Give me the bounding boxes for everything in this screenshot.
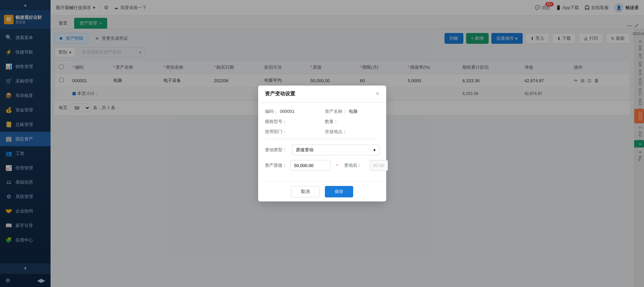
dialog-row-3: 使用部门： 存放地点： bbox=[265, 129, 379, 135]
change-type-select[interactable]: 原值变动 ▾ bbox=[292, 145, 379, 155]
asset-change-dialog: 资产变动设置 × 编码： 000001 资产名称： 电脑 规格型号： bbox=[258, 86, 386, 201]
dialog-row-1: 编码： 000001 资产名称： 电脑 bbox=[265, 108, 379, 115]
change-type-row: 变动类型： 原值变动 ▾ bbox=[265, 145, 379, 155]
dialog-overlay: 资产变动设置 × 编码： 000001 资产名称： 电脑 规格型号： bbox=[0, 0, 644, 287]
dialog-row-2: 规格型号： 数量： bbox=[265, 119, 379, 125]
location-field: 存放地点： bbox=[325, 129, 379, 135]
after-change-input[interactable]: ¥0.00 bbox=[370, 160, 388, 171]
department-field: 使用部门： bbox=[265, 129, 319, 135]
cancel-button[interactable]: 取消 bbox=[291, 186, 319, 197]
dialog-title: 资产变动设置 bbox=[265, 91, 295, 97]
spec-field: 规格型号： bbox=[265, 119, 319, 125]
quantity-field: 数量： bbox=[325, 119, 379, 125]
asset-name-field: 资产名称： 电脑 bbox=[325, 108, 379, 115]
dialog-footer: 取消 保存 bbox=[258, 182, 386, 201]
code-field: 编码： 000001 bbox=[265, 108, 319, 115]
dialog-close-btn[interactable]: × bbox=[376, 90, 379, 97]
required-star: * bbox=[336, 163, 338, 168]
dialog-divider bbox=[265, 139, 379, 139]
original-value-input[interactable] bbox=[290, 160, 331, 171]
dialog-body: 编码： 000001 资产名称： 电脑 规格型号： 数量： bbox=[258, 102, 386, 182]
select-chevron-icon: ▾ bbox=[373, 148, 376, 153]
dialog-header: 资产变动设置 × bbox=[258, 86, 386, 102]
value-change-row: 资产原值： * 变动后： ¥0.00 bbox=[265, 160, 379, 171]
save-button[interactable]: 保存 bbox=[325, 186, 353, 197]
